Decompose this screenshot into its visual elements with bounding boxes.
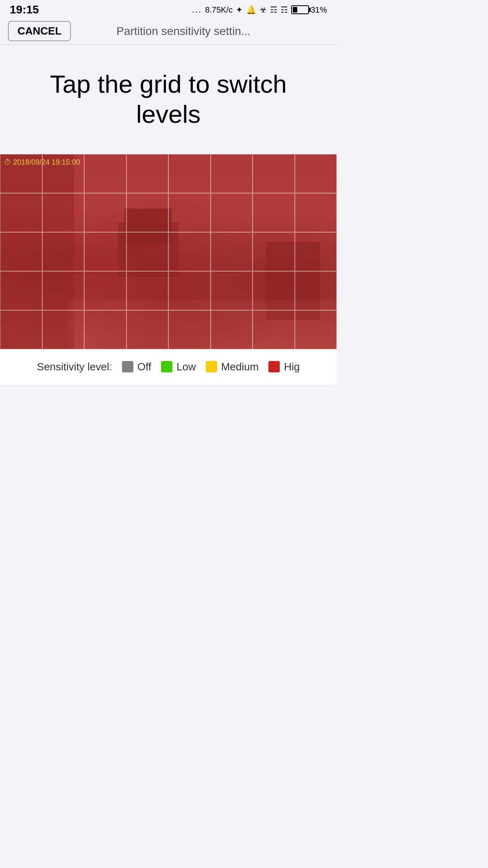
grid-cell[interactable] (42, 193, 85, 232)
signal-icon-1: ☶ (270, 5, 277, 15)
grid-cell[interactable] (295, 310, 337, 349)
grid-cell[interactable] (84, 271, 126, 310)
grid-cell[interactable] (211, 232, 253, 271)
grid-cell[interactable] (126, 232, 169, 271)
instruction-section: Tap the grid to switch levels (0, 45, 337, 154)
legend-item-medium: Medium (206, 361, 259, 373)
signal-icon-2: ☶ (281, 5, 288, 15)
grid-cell[interactable] (253, 271, 295, 310)
sensitivity-label: Sensitivity level: (37, 361, 112, 373)
grid-cell[interactable] (211, 193, 253, 232)
legend-swatch-low (161, 361, 172, 372)
legend-text-medium: Medium (221, 361, 259, 373)
grid-cell[interactable] (168, 271, 211, 310)
grid-cell[interactable] (295, 154, 337, 193)
battery-percent: 31% (311, 5, 327, 15)
legend-section: Sensitivity level: Off Low Medium Hig (0, 349, 337, 385)
legend-swatch-medium (206, 361, 217, 372)
grid-overlay[interactable] (0, 154, 337, 349)
battery-fill (293, 7, 297, 13)
bottom-space (0, 385, 337, 629)
legend-item-low: Low (161, 361, 196, 373)
grid-cell[interactable] (295, 271, 337, 310)
grid-cell[interactable] (0, 232, 42, 271)
grid-cell[interactable] (84, 154, 126, 193)
legend-swatch-high (268, 361, 280, 372)
legend-item-off: Off (122, 361, 151, 373)
battery-icon (291, 5, 309, 14)
timestamp-clock-icon: ⏱ (4, 158, 11, 167)
grid-cell[interactable] (211, 271, 253, 310)
grid-cell[interactable] (211, 154, 253, 193)
nav-bar: CANCEL Partition sensitivity settin... (0, 18, 337, 45)
grid-cell[interactable] (253, 310, 295, 349)
camera-timestamp: ⏱ 2018/09/24 19:15:00 (4, 158, 80, 167)
legend-text-low: Low (176, 361, 196, 373)
grid-cell[interactable] (126, 154, 169, 193)
grid-cell[interactable] (168, 193, 211, 232)
status-time: 19:15 (10, 3, 39, 16)
page-title: Partition sensitivity settin... (71, 25, 329, 38)
status-dots: ... (192, 4, 202, 15)
grid-cell[interactable] (84, 193, 126, 232)
grid-cell[interactable] (211, 310, 253, 349)
grid-cell[interactable] (0, 271, 42, 310)
cancel-button[interactable]: CANCEL (8, 21, 71, 41)
bluetooth-icon: ✦ (236, 5, 243, 15)
grid-cell[interactable] (126, 193, 169, 232)
camera-section[interactable]: ⏱ 2018/09/24 19:15:00 (0, 154, 337, 349)
grid-cell[interactable] (84, 310, 126, 349)
legend-text-high: Hig (284, 361, 300, 373)
grid-cell[interactable] (42, 232, 85, 271)
grid-cell[interactable] (168, 232, 211, 271)
grid-cell[interactable] (295, 193, 337, 232)
grid-cell[interactable] (84, 232, 126, 271)
grid-cell[interactable] (126, 271, 169, 310)
status-right: ... 8.75K/c ✦ 🔔 ☣ ☶ ☶ 31% (192, 4, 327, 15)
grid-cell[interactable] (253, 232, 295, 271)
legend-swatch-off (122, 361, 133, 372)
grid-cell[interactable] (126, 310, 169, 349)
grid-cell[interactable] (42, 271, 85, 310)
status-bar: 19:15 ... 8.75K/c ✦ 🔔 ☣ ☶ ☶ 31% (0, 0, 337, 18)
grid-cell[interactable] (42, 310, 85, 349)
grid-cell[interactable] (0, 310, 42, 349)
legend-item-high: Hig (268, 361, 300, 373)
data-rate: 8.75K/c (205, 5, 233, 15)
grid-cell[interactable] (253, 193, 295, 232)
notification-icon: 🔔 (246, 5, 256, 15)
wifi-icon: ☣ (259, 5, 267, 15)
legend-text-off: Off (137, 361, 151, 373)
instruction-text: Tap the grid to switch levels (16, 69, 320, 130)
grid-cell[interactable] (168, 310, 211, 349)
grid-cell[interactable] (253, 154, 295, 193)
grid-cell[interactable] (168, 154, 211, 193)
battery-container: 31% (291, 5, 327, 15)
grid-cell[interactable] (0, 193, 42, 232)
grid-cell[interactable] (295, 232, 337, 271)
